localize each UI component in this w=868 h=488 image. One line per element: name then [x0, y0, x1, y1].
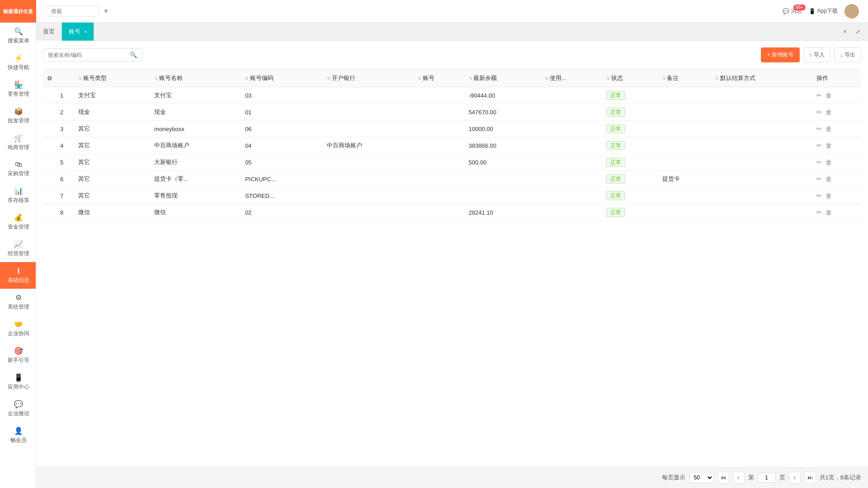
sidebar-item-quick-nav[interactable]: ⚡ 快捷导航	[0, 49, 36, 76]
sidebar-item-label: 批发管理	[8, 117, 29, 125]
table-row: 6 其它 提货卡（零... PICKUPC... 正常 提货卡 ✏ 🗑	[43, 171, 861, 188]
delete-button[interactable]: 🗑	[826, 125, 832, 132]
app-download-button[interactable]: 📱 App下载	[809, 7, 838, 15]
search-menu-icon: 🔍	[14, 27, 23, 36]
last-page-button[interactable]: ⏭	[804, 472, 816, 483]
row-status: 正常	[603, 154, 659, 171]
row-checkbox-cell	[43, 104, 57, 121]
add-account-button[interactable]: + 新增账号	[761, 47, 800, 62]
sidebar-item-label: 系统管理	[8, 303, 29, 311]
sidebar-item-apps[interactable]: 📱 应用中心	[0, 369, 36, 395]
delete-button[interactable]: 🗑	[826, 92, 832, 99]
row-type: 其它	[75, 188, 151, 204]
delete-button[interactable]: 🗑	[826, 192, 832, 199]
edit-button[interactable]: ✏	[816, 108, 822, 116]
col-status[interactable]: 状态	[603, 70, 659, 87]
sidebar: 畅捷通好生意 🔍 搜索菜单 ⚡ 快捷导航 🏪 零售管理 📦 批发管理 🛒 电商管…	[0, 0, 36, 488]
delete-button[interactable]: 🗑	[826, 142, 832, 149]
edit-button[interactable]: ✏	[816, 125, 822, 132]
next-page-button[interactable]: ›	[789, 472, 801, 483]
row-bank	[323, 171, 414, 188]
edit-button[interactable]: ✏	[816, 92, 822, 99]
header-search-input[interactable]	[45, 6, 99, 17]
edit-button[interactable]: ✏	[816, 159, 822, 166]
row-actions: ✏ 🗑	[813, 171, 861, 188]
tab-close-icon[interactable]: ×	[84, 29, 87, 34]
import-button[interactable]: ↑ 导入	[803, 47, 830, 62]
export-button[interactable]: ↓ 导出	[834, 47, 861, 62]
first-page-button[interactable]: ⏮	[717, 472, 729, 483]
sidebar-item-wholesale[interactable]: 📦 批发管理	[0, 103, 36, 129]
row-name: 现金	[151, 104, 241, 121]
tab-expand-button[interactable]: ⤢	[853, 26, 863, 37]
tab-account[interactable]: 账号 ×	[62, 23, 94, 41]
row-account	[414, 137, 465, 154]
message-button[interactable]: 💬 消息 99+	[783, 7, 802, 15]
row-checkbox-cell	[43, 137, 57, 154]
row-remark: 提货卡	[659, 171, 712, 188]
inventory-icon: 📊	[14, 187, 23, 195]
col-name[interactable]: 账号名称	[151, 70, 241, 87]
row-bank	[323, 154, 414, 171]
sidebar-item-ecommerce[interactable]: 🛒 电商管理	[0, 129, 36, 156]
ecommerce-icon: 🛒	[14, 134, 23, 142]
finance-icon: 💰	[14, 213, 23, 222]
edit-button[interactable]: ✏	[816, 142, 822, 149]
row-usage	[541, 121, 603, 137]
edit-button[interactable]: ✏	[816, 175, 822, 183]
sidebar-item-purchase[interactable]: 🛍 采购管理	[0, 156, 36, 182]
col-actions: 操作	[813, 70, 861, 87]
col-settings[interactable]: ⚙	[43, 70, 57, 87]
col-code[interactable]: 账号编码	[241, 70, 323, 87]
operations-icon: 📈	[14, 240, 23, 249]
page-number-input[interactable]: 1	[758, 473, 776, 483]
search-button[interactable]: 🔍	[125, 49, 142, 61]
col-balance[interactable]: 最新余额	[465, 70, 541, 87]
row-payment	[712, 121, 813, 137]
header-search-area: ▼	[45, 6, 109, 17]
row-index: 8	[57, 204, 75, 221]
row-status: 正常	[603, 188, 659, 204]
search-input[interactable]	[43, 49, 125, 61]
page-size-select[interactable]: 50 100 200	[689, 472, 714, 483]
table-row: 2 现金 现金 01 547670.00 正常 ✏ 🗑	[43, 104, 861, 121]
col-type[interactable]: 账号类型	[75, 70, 151, 87]
row-payment	[712, 154, 813, 171]
row-actions: ✏ 🗑	[813, 188, 861, 204]
sidebar-item-label: 快捷导航	[8, 64, 29, 71]
prev-page-button[interactable]: ‹	[733, 472, 745, 483]
sidebar-item-search-menu[interactable]: 🔍 搜索菜单	[0, 23, 36, 49]
sidebar-item-finance[interactable]: 💰 资金管理	[0, 209, 36, 235]
delete-button[interactable]: 🗑	[826, 108, 832, 116]
sidebar-item-retail[interactable]: 🏪 零售管理	[0, 76, 36, 103]
header-dropdown-icon[interactable]: ▼	[103, 8, 109, 14]
edit-button[interactable]: ✏	[816, 192, 822, 199]
sidebar-item-wechat[interactable]: 💬 企业微信	[0, 395, 36, 422]
sidebar-item-system[interactable]: ⚙ 系统管理	[0, 289, 36, 315]
download-icon: 📱	[809, 8, 816, 14]
col-payment[interactable]: 默认结算方式	[712, 70, 813, 87]
row-type: 现金	[75, 104, 151, 121]
delete-button[interactable]: 🗑	[826, 175, 832, 183]
edit-button[interactable]: ✏	[816, 209, 822, 216]
tab-close-button[interactable]: ×	[840, 26, 850, 37]
sidebar-item-basic[interactable]: ℹ 基础信息	[0, 262, 36, 289]
sidebar-item-inventory[interactable]: 📊 库存核算	[0, 182, 36, 209]
sidebar-item-member[interactable]: 👤 畅会员	[0, 422, 36, 449]
col-account[interactable]: 账号	[414, 70, 465, 87]
delete-button[interactable]: 🗑	[826, 209, 832, 216]
row-remark	[659, 204, 712, 221]
row-remark	[659, 121, 712, 137]
user-avatar[interactable]	[844, 4, 859, 19]
sidebar-item-operations[interactable]: 📈 经营管理	[0, 235, 36, 262]
row-remark	[659, 137, 712, 154]
tab-home[interactable]: 首页	[36, 23, 62, 41]
row-payment	[712, 137, 813, 154]
col-usage[interactable]: 使用...	[541, 70, 603, 87]
col-remark[interactable]: 备注	[659, 70, 712, 87]
sidebar-item-guide[interactable]: 🎯 新手引导	[0, 342, 36, 369]
header-right: 💬 消息 99+ 📱 App下载	[783, 4, 859, 19]
col-bank[interactable]: 开户银行	[323, 70, 414, 87]
delete-button[interactable]: 🗑	[826, 159, 832, 166]
sidebar-item-agreement[interactable]: 🤝 企业协同	[0, 315, 36, 342]
